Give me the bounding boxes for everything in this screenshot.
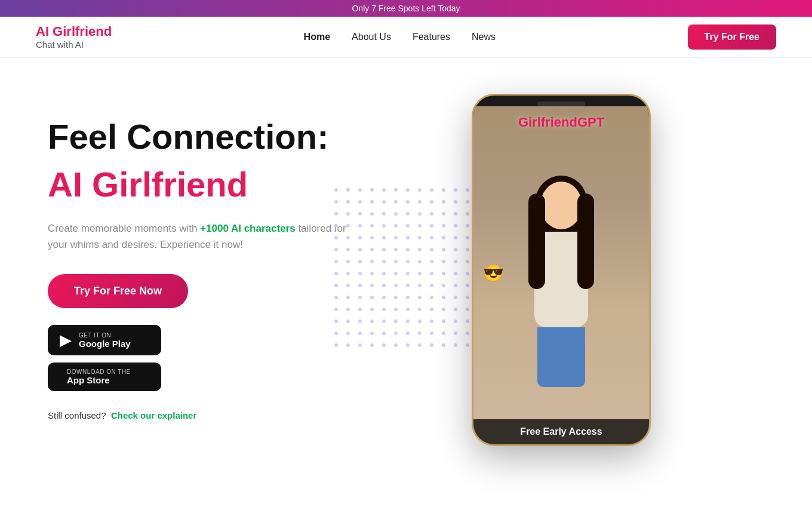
dot xyxy=(454,284,457,287)
nav-item-home[interactable]: Home xyxy=(304,32,330,42)
dot xyxy=(454,331,457,335)
hero-headline-2: AI Girlfriend xyxy=(48,165,358,204)
dot xyxy=(418,212,422,216)
dot xyxy=(382,248,386,251)
dot xyxy=(382,224,386,228)
phone-mockup: GirlfriendGPT 😎 Free Early Access xyxy=(472,94,651,446)
dot xyxy=(334,188,338,192)
dot xyxy=(430,224,433,228)
dot xyxy=(442,296,445,299)
dot xyxy=(334,296,338,299)
hero-description: Create memorable moments with +1000 AI c… xyxy=(48,220,358,253)
dot xyxy=(418,272,422,275)
dot xyxy=(370,320,374,323)
dot xyxy=(394,236,398,239)
dot xyxy=(382,212,386,216)
hero-content: Feel Connection: AI Girlfriend Create me… xyxy=(48,94,358,420)
dot xyxy=(442,331,445,335)
dot xyxy=(406,272,410,275)
dot xyxy=(358,236,362,239)
dot xyxy=(370,308,374,311)
nav-item-about[interactable]: About Us xyxy=(352,32,391,42)
nav-item-news[interactable]: News xyxy=(472,32,496,42)
dot xyxy=(358,260,362,263)
phone-bottom-bar: Free Early Access xyxy=(473,419,649,444)
dot xyxy=(406,284,410,287)
hero-desc-before: Create memorable moments with xyxy=(48,223,200,234)
dot xyxy=(394,331,398,335)
dot xyxy=(442,272,445,275)
dot xyxy=(406,320,410,323)
phone-notch xyxy=(537,102,585,106)
phone-screen: GirlfriendGPT 😎 Free Early Access xyxy=(473,106,649,444)
google-play-button[interactable]: ▶ GET IT ON Google Play xyxy=(48,325,161,355)
dot xyxy=(442,224,445,228)
dot xyxy=(370,343,374,347)
dot xyxy=(334,224,338,228)
dot xyxy=(466,272,469,275)
nav-cta-button[interactable]: Try For Free xyxy=(688,24,776,50)
nav-link-home[interactable]: Home xyxy=(304,32,330,42)
dot xyxy=(430,188,433,192)
app-store-name: App Store xyxy=(67,375,131,385)
dot xyxy=(382,320,386,323)
dot xyxy=(430,236,433,239)
google-play-text: GET IT ON Google Play xyxy=(79,332,131,349)
dot xyxy=(334,236,338,239)
dot xyxy=(346,200,350,204)
dot xyxy=(454,248,457,251)
dot xyxy=(334,284,338,287)
dot xyxy=(406,260,410,263)
dot xyxy=(406,343,410,347)
dot xyxy=(466,260,469,263)
dot xyxy=(466,224,469,228)
dot xyxy=(382,296,386,299)
nav-links: Home About Us Features News xyxy=(304,32,496,42)
dot xyxy=(418,343,422,347)
dot xyxy=(454,236,457,239)
dot xyxy=(430,272,433,275)
dot xyxy=(454,188,457,192)
dot xyxy=(358,200,362,204)
dot xyxy=(370,188,374,192)
nav-link-about[interactable]: About Us xyxy=(352,32,391,42)
dot xyxy=(454,308,457,311)
dot xyxy=(442,248,445,251)
dot xyxy=(334,320,338,323)
dot xyxy=(370,200,374,204)
dot xyxy=(346,248,350,251)
dot xyxy=(382,343,386,347)
dot xyxy=(370,212,374,216)
phone-app-title: GirlfriendGPT xyxy=(473,115,649,130)
dot xyxy=(382,260,386,263)
hero-section: Feel Connection: AI Girlfriend Create me… xyxy=(0,58,812,512)
dot xyxy=(442,308,445,311)
dot xyxy=(334,272,338,275)
dot xyxy=(382,188,386,192)
nav-item-features[interactable]: Features xyxy=(413,32,450,42)
app-store-button[interactable]: Download on the App Store xyxy=(48,363,161,391)
nav-link-features[interactable]: Features xyxy=(413,32,450,42)
try-free-now-button[interactable]: Try For Free Now xyxy=(48,274,188,308)
dot xyxy=(406,224,410,228)
dot xyxy=(394,248,398,251)
dot xyxy=(346,212,350,216)
logo-subtitle: Chat with AI xyxy=(36,39,112,50)
nav-link-news[interactable]: News xyxy=(472,32,496,42)
dot xyxy=(406,188,410,192)
dot xyxy=(346,308,350,311)
dot xyxy=(442,236,445,239)
dot xyxy=(382,308,386,311)
dot xyxy=(334,212,338,216)
dot xyxy=(466,308,469,311)
dot xyxy=(442,284,445,287)
dot xyxy=(358,284,362,287)
dot xyxy=(430,260,433,263)
phone-emoji: 😎 xyxy=(483,264,504,284)
dot xyxy=(394,284,398,287)
explainer-link[interactable]: Check our explainer xyxy=(111,410,196,420)
dot xyxy=(334,308,338,311)
dot xyxy=(454,343,457,347)
dot xyxy=(358,331,362,335)
logo[interactable]: AI Girlfriend Chat with AI xyxy=(36,24,112,50)
